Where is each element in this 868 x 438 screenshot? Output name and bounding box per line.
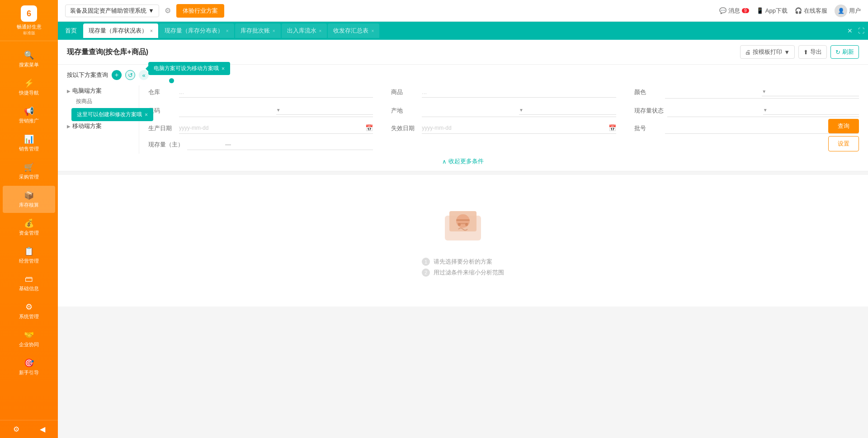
tab-close-all-icon[interactable]: ✕	[845, 25, 854, 36]
sidebar-item-search-menu[interactable]: 🔍 搜索菜单	[3, 46, 55, 73]
tab-close-icon[interactable]: ×	[150, 28, 153, 33]
tab-inventory-status[interactable]: 现存量（库存状况表） ×	[83, 24, 158, 38]
tab-summary[interactable]: 收发存汇总表 ×	[328, 24, 379, 38]
refresh-scheme-button[interactable]: ↺	[125, 70, 135, 80]
warehouse-label: 仓库	[148, 88, 175, 96]
calendar-icon[interactable]: 📅	[365, 124, 373, 132]
tab-close-icon[interactable]: ×	[319, 28, 322, 33]
by-goods-item[interactable]: 按商品	[67, 96, 133, 107]
size-field: 尺码 ▼	[148, 104, 373, 117]
mobile-scheme-item[interactable]: ▶ 移动端方案	[67, 121, 133, 132]
sidebar-item-marketing[interactable]: 📢 营销推广	[3, 102, 55, 129]
online-support-button[interactable]: 🎧 在线客服	[795, 7, 827, 15]
tab-close-icon[interactable]: ×	[371, 28, 374, 33]
color-field: 颜色 ▼	[634, 85, 859, 99]
sidebar-item-basic[interactable]: 🗃 基础信息	[3, 270, 55, 297]
tab-close-icon[interactable]: ×	[226, 28, 229, 33]
desktop-scheme-item[interactable]: ▶ 电脑端方案	[67, 85, 133, 96]
app-download-button[interactable]: 📱 App下载	[756, 7, 788, 15]
filter-header: 按以下方案查询 ＋ ↺ « 电脑方案可设为移动方案哦 ×	[67, 70, 859, 80]
empty-illustration	[436, 202, 490, 249]
purchase-icon: 🛒	[24, 162, 34, 172]
stock-range-max-input[interactable]	[233, 141, 269, 148]
warehouse-select[interactable]: ...	[179, 87, 373, 98]
origin-select[interactable]: ▼	[422, 104, 616, 117]
sidebar-item-sales[interactable]: 📊 销售管理	[3, 130, 55, 157]
search-button[interactable]: 查询	[828, 119, 859, 133]
user-button[interactable]: 👤 用户	[835, 5, 861, 17]
calendar-icon[interactable]: 📅	[609, 124, 616, 132]
goods-dots: ...	[422, 89, 427, 95]
expire-date-placeholder: yyyy-mm-dd	[422, 125, 451, 131]
stock-range-min-input[interactable]	[187, 141, 223, 148]
sidebar-item-enterprise[interactable]: 🤝 企业协同	[3, 325, 55, 353]
export-button[interactable]: ⬆ 导出	[798, 45, 827, 59]
finance-icon: 💰	[24, 218, 34, 228]
size-select[interactable]: ▼	[179, 104, 373, 117]
color-select[interactable]: ▼	[665, 85, 859, 99]
system-selector[interactable]: 装备及固定资产辅助管理系统 ▼	[65, 5, 159, 17]
tooltip-close-icon[interactable]: ×	[222, 66, 225, 72]
empty-state: 1 请先选择要分析的方案 2 用过滤条件来缩小分析范围	[58, 175, 868, 306]
stock-status-label: 现存量状态	[634, 107, 664, 115]
produce-date-input[interactable]: yyyy-mm-dd 📅	[179, 122, 373, 134]
stock-status-select[interactable]: ▼	[667, 104, 859, 117]
expire-date-label: 失效日期	[391, 124, 418, 132]
header-right: 💬 消息 9 📱 App下载 🎧 在线客服 👤 用户	[719, 5, 861, 17]
sidebar-item-label: 新手引导	[19, 369, 39, 376]
sidebar-item-purchase[interactable]: 🛒 采购管理	[3, 158, 55, 185]
phone-icon: 📱	[756, 7, 764, 14]
print-icon: 🖨	[745, 49, 751, 56]
sidebar-item-system[interactable]: ⚙ 系统管理	[3, 297, 55, 325]
tab-close-icon[interactable]: ×	[273, 28, 275, 33]
add-scheme-button[interactable]: ＋	[112, 70, 122, 80]
sidebar-item-operations[interactable]: 📋 经营管理	[3, 242, 55, 269]
tab-bar: 首页 现存量（库存状况表） × 现存量（库存分布表） × 库存批次账 × 出入库…	[58, 22, 868, 40]
filter-label: 按以下方案查询	[67, 71, 108, 79]
tab-home[interactable]: 首页	[60, 24, 82, 38]
filter-row-3: 生产日期 yyyy-mm-dd 📅 失效日期 yyyy-mm-dd 📅	[148, 122, 859, 134]
print-button[interactable]: 🖨 按模板打印 ▼	[740, 45, 795, 59]
tooltip-close-icon[interactable]: ×	[145, 112, 148, 118]
goods-field: 商品 ...	[391, 85, 616, 99]
tab-inout[interactable]: 出入库流水 ×	[282, 24, 327, 38]
tab-inventory-dist[interactable]: 现存量（库存分布表） ×	[159, 24, 234, 38]
goods-select[interactable]: ...	[422, 87, 616, 98]
reset-button[interactable]: 设置	[828, 136, 859, 151]
pointer-indicator	[169, 78, 174, 83]
sidebar-item-label: 系统管理	[19, 313, 39, 320]
experience-button[interactable]: 体验行业方案	[176, 4, 224, 18]
edit-scheme-tooltip: 这里可以创建和修改方案哦 ×	[71, 108, 153, 121]
settings-icon[interactable]: ⚙	[165, 6, 171, 15]
batch-field: 批号	[634, 122, 859, 134]
expire-date-field: 失效日期 yyyy-mm-dd 📅	[391, 122, 616, 134]
refresh-button[interactable]: ↻ 刷新	[830, 45, 859, 59]
expire-date-input[interactable]: yyyy-mm-dd 📅	[422, 122, 616, 134]
sidebar-item-guide[interactable]: 🎯 新手引导	[3, 353, 55, 381]
basic-icon: 🗃	[25, 274, 33, 284]
stock-main-range: —	[187, 139, 373, 150]
sidebar-item-label: 营销推广	[19, 118, 39, 124]
tab-label: 首页	[65, 27, 77, 35]
filter-section: 按以下方案查询 ＋ ↺ « 电脑方案可设为移动方案哦 ×	[58, 65, 868, 171]
sidebar-item-inventory[interactable]: 📦 库存核算	[3, 186, 55, 213]
sidebar-settings-btn[interactable]: ⚙	[13, 425, 19, 433]
tab-label: 收发存汇总表	[333, 27, 368, 35]
sidebar-collapse-btn[interactable]: ◀	[40, 425, 45, 433]
sidebar-item-quick-nav[interactable]: ⚡ 快捷导航	[3, 74, 55, 101]
filter-row-2: 尺码 ▼ 产地 ▼	[148, 104, 859, 117]
tab-maximize-icon[interactable]: ⛶	[856, 25, 866, 36]
refresh-icon: ↻	[835, 49, 840, 56]
messages-button[interactable]: 💬 消息 9	[719, 7, 749, 15]
back-scheme-button[interactable]: «	[139, 70, 149, 80]
empty-step-2: 2 用过滤条件来缩小分析范围	[422, 268, 504, 277]
collapse-more-button[interactable]: ∧ 收起更多条件	[67, 154, 859, 167]
tooltip-text: 这里可以创建和修改方案哦	[77, 111, 142, 118]
sidebar-item-label: 经营管理	[19, 258, 39, 264]
mobile-scheme-label: 移动端方案	[72, 122, 102, 130]
svg-point-5	[458, 223, 461, 226]
tab-batch[interactable]: 库存批次账 ×	[235, 24, 281, 38]
sidebar-item-finance[interactable]: 💰 资金管理	[3, 214, 55, 241]
range-dash: —	[225, 141, 231, 148]
headset-icon: 🎧	[795, 7, 802, 14]
